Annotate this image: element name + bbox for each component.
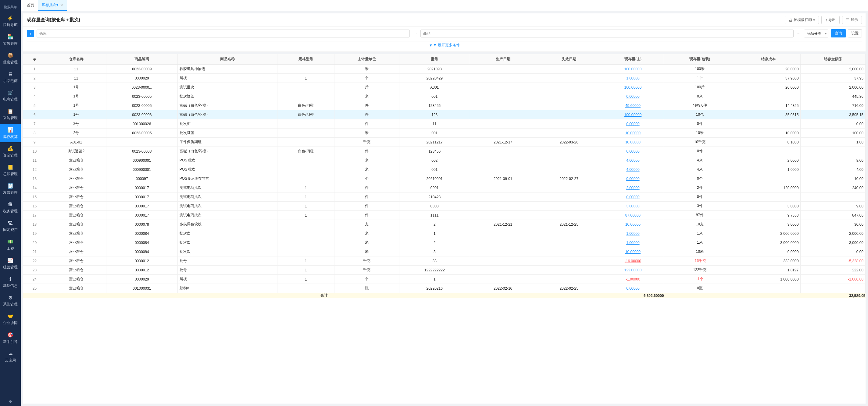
table-row[interactable]: 9 A01-01 子件保质期组 千克 20211217 2021-12-17 2…	[23, 138, 866, 147]
sidebar-item-management[interactable]: 📈 经营管理	[0, 254, 21, 273]
sidebar-item-ecommerce[interactable]: 🛒 电商管理	[0, 87, 21, 105]
table-row[interactable]: 20 营业粮仓 0000084 批次次 米 2 1.00000 1米 3,000…	[23, 238, 866, 247]
table-row[interactable]: 19 营业粮仓 0000084 批次次 米 1 1.00000 1米 2,000…	[23, 229, 866, 238]
col-select[interactable]: ⊙	[23, 54, 46, 65]
row-num: 6	[23, 110, 46, 120]
table-row[interactable]: 8 2号 0023-00005 批次遮蓝 米 001 10.00000 10米 …	[23, 129, 866, 138]
table-row[interactable]: 15 营业粮仓 0000017 测试电商批次 1 件 210423 0.0000…	[23, 193, 866, 202]
sidebar-item-ecommerce-small[interactable]: 🖥 小临电商	[0, 68, 21, 87]
sidebar-item-salary[interactable]: 💵 工资	[0, 235, 21, 254]
table-row[interactable]: 24 营业粮仓 0000029 展板 1 个 1 -1.00000 -1个 1,…	[23, 275, 866, 284]
row-qty-main[interactable]: 0.00000	[602, 120, 664, 129]
row-qty-main[interactable]: 0.00000	[602, 147, 664, 156]
row-cost: 0.0000	[736, 247, 801, 257]
row-qty-main[interactable]: 100.00000	[602, 83, 664, 92]
table-row[interactable]: 12 营业粮仓 000900001 POS 批次 米 001 4.00000 4…	[23, 165, 866, 174]
row-qty-main[interactable]: 3.00000	[602, 202, 664, 211]
row-qty-main[interactable]: 87.00000	[602, 211, 664, 220]
sidebar-item-guide[interactable]: 🎯 新手引导	[0, 329, 21, 347]
export-button[interactable]: ↑ 导出	[822, 16, 840, 24]
row-qty-main[interactable]: 100.00000	[602, 65, 664, 74]
row-qty-main[interactable]: 1.00000	[602, 74, 664, 83]
table-row[interactable]: 22 营业粮仓 0000012 批号 1 千克 33 -16.00000 -16…	[23, 257, 866, 266]
category-select[interactable]: 商品分类	[804, 30, 828, 37]
row-qty-main[interactable]: 10.00000	[602, 220, 664, 229]
row-name: 批次次	[178, 247, 277, 257]
row-qty-main[interactable]: 4.00000	[602, 165, 664, 174]
row-qty-main[interactable]: 49.60000	[602, 101, 664, 110]
row-qty-main[interactable]: 100.00000	[602, 110, 664, 120]
sidebar-search[interactable]: 搜索菜单	[0, 2, 21, 12]
table-row[interactable]: 3 1号 0023-0000... 测试批次 斤 A001 100.00000 …	[23, 83, 866, 92]
sidebar-item-invoice[interactable]: 🧾 发票管理	[0, 180, 21, 198]
row-qty-main[interactable]: 0.00000	[602, 92, 664, 101]
table-row[interactable]: 17 营业粮仓 0000017 测试电商批次 1 件 1111 87.00000…	[23, 211, 866, 220]
table-row[interactable]: 4 1号 0023-00005 批次遮蓝 米 001 0.00000 0米 44…	[23, 92, 866, 101]
row-qty-main[interactable]: -1.00000	[602, 275, 664, 284]
row-cost: 120.0000	[736, 183, 801, 193]
sidebar-item-cloud[interactable]: ☁ 云应用	[0, 347, 21, 366]
table-row[interactable]: 18 营业粮仓 0000078 多头异色软线 支 2 2021-12-21 20…	[23, 220, 866, 229]
sidebar-settings[interactable]: ⚙	[0, 397, 21, 406]
sidebar-item-wholesale[interactable]: 📦 批发管理	[0, 49, 21, 68]
row-expire-date	[536, 238, 602, 247]
row-qty-main[interactable]: 10.00000	[602, 247, 664, 257]
print-button[interactable]: 🖨 按模板打印 ▾	[785, 16, 819, 24]
sidebar-item-purchase[interactable]: 📋 采购管理	[0, 105, 21, 124]
inventory-icon: 📊	[1, 127, 20, 133]
warehouse-input[interactable]	[37, 30, 410, 37]
row-qty-main[interactable]: 4.00000	[602, 156, 664, 165]
row-qty-main[interactable]: 1.00000	[602, 229, 664, 238]
row-qty-main[interactable]: 0.00000	[602, 284, 664, 293]
tab-home[interactable]: 首页	[23, 0, 38, 11]
row-qty-main[interactable]: 2.00000	[602, 183, 664, 193]
row-qty-main[interactable]: -16.00000	[602, 257, 664, 266]
table-row[interactable]: 14 营业粮仓 0000017 测试电商批次 1 件 0001 2.00000 …	[23, 183, 866, 193]
row-produce-date: 2021-12-21	[470, 220, 536, 229]
filter-expand-icon[interactable]: ›	[27, 30, 34, 37]
row-unit: 个	[335, 275, 399, 284]
table-settings-button[interactable]: 设置	[848, 29, 862, 37]
sidebar-item-finance[interactable]: 💰 资金管理	[0, 142, 21, 161]
table-row[interactable]: 10 测试遮蓝2 0023-00008 富碱（白色/闷橙） 白色/闷橙 件 12…	[23, 147, 866, 156]
row-amount: 2,000.00	[801, 83, 866, 92]
tax-icon: 🏛	[1, 201, 20, 208]
table-row[interactable]: 5 1号 0023-00005 富碱（白色/闷橙） 白色/闷橙 件 123456…	[23, 101, 866, 110]
row-qty-main[interactable]: 0.00000	[602, 174, 664, 183]
table-row[interactable]: 25 营业粮仓 001000031 颇彻A 瓶 20220216 2022-02…	[23, 284, 866, 293]
row-name: 批次柜	[178, 120, 277, 129]
row-unit: 斤	[335, 83, 399, 92]
expand-more-conditions[interactable]: ▼ ▼ 展开更多条件	[27, 41, 862, 49]
goods-input[interactable]	[421, 30, 794, 37]
tab-close-icon[interactable]: ✕	[60, 3, 63, 7]
table-row[interactable]: 2 11 0000029 展板 1 个 20220429 1.00000 1个 …	[23, 74, 866, 83]
tab-inventory-batch[interactable]: 库存批次▾ ✕	[38, 0, 67, 11]
table-row[interactable]: 23 营业粮仓 0000012 批号 1 千克 1222222222 122.0…	[23, 266, 866, 275]
sidebar-item-inventory[interactable]: 📊 库存核算	[0, 124, 21, 142]
row-qty-main[interactable]: 122.00000	[602, 266, 664, 275]
sidebar-item-tax[interactable]: 🏛 税务管理	[0, 198, 21, 217]
table-row[interactable]: 7 2号 001000026 批次柜 件 11 0.00000 0件 0.00	[23, 120, 866, 129]
sidebar-item-basic-info[interactable]: ℹ 基础信息	[0, 273, 21, 292]
sidebar-item-collab[interactable]: 🤝 企业协同	[0, 310, 21, 329]
row-qty-main[interactable]: 1.00000	[602, 238, 664, 247]
row-batch: 001	[399, 92, 470, 101]
table-row[interactable]: 1 11 0023-00009 软胶道具神物进 米 2021098 100.00…	[23, 65, 866, 74]
table-row[interactable]: 16 营业粮仓 0000017 测试电商批次 1 件 0003 3.00000 …	[23, 202, 866, 211]
sidebar-item-ledger[interactable]: 📒 总账管理	[0, 161, 21, 180]
sidebar-item-quicknav[interactable]: ⚡ 快捷导航	[0, 12, 21, 30]
table-row[interactable]: 11 营业粮仓 000900001 POS 批次 米 002 4.00000 4…	[23, 156, 866, 165]
row-qty-main[interactable]: 10.00000	[602, 129, 664, 138]
row-qty-main[interactable]: 0.00000	[602, 193, 664, 202]
row-qty-main[interactable]: 10.00000	[602, 138, 664, 147]
data-table-container[interactable]: ⊙ 仓库名称 商品编码 商品名称 规格型号 主计量单位 批号 生产日期 失效日期…	[23, 54, 866, 404]
table-row[interactable]: 13 营业粮仓 000097 POS显示库存异常 个 20210901 2021…	[23, 174, 866, 183]
sidebar-item-system[interactable]: ⚙ 系统管理	[0, 292, 21, 310]
toggle-button[interactable]: ☰ 展示	[842, 16, 862, 24]
sidebar-item-retail[interactable]: 🏪 零售管理	[0, 30, 21, 49]
table-row[interactable]: 6 1号 0023-00008 富碱（白色/闷橙） 白色/闷橙 件 123 10…	[23, 110, 866, 120]
row-cost: 333.0000	[736, 257, 801, 266]
sidebar-item-assets[interactable]: 🏗 固定资产	[0, 217, 21, 235]
table-row[interactable]: 21 营业粮仓 0000084 批次次 米 3 10.00000 10米 0.0…	[23, 247, 866, 257]
search-button[interactable]: 查询	[831, 29, 846, 37]
